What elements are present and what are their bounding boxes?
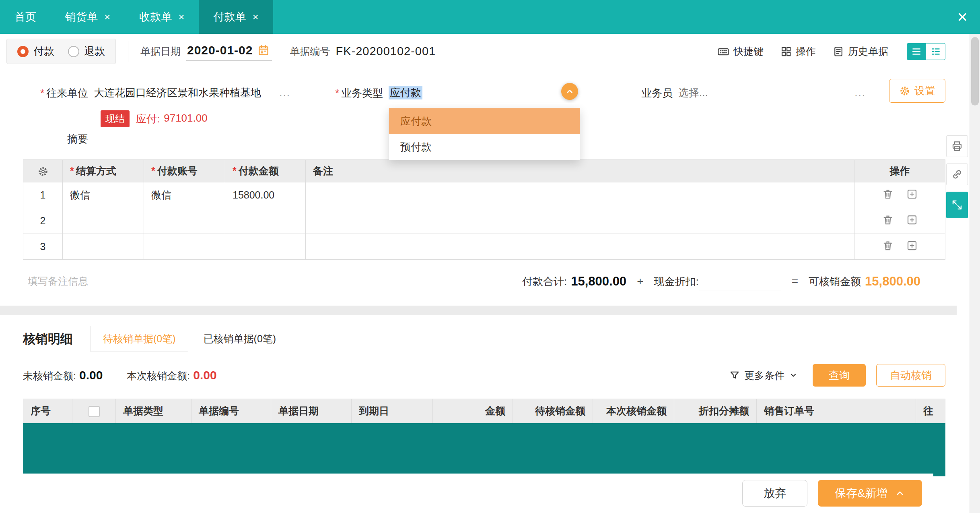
cell-settle[interactable]: 微信	[63, 182, 144, 208]
dropdown-option-prepaid[interactable]: 预付款	[389, 134, 580, 160]
cell-account[interactable]	[144, 234, 225, 260]
header-note: 备注	[306, 160, 854, 182]
writeoff-amount-value: 15,800.00	[865, 274, 920, 289]
expand-tool-button[interactable]	[946, 192, 968, 218]
salesman-input[interactable]	[678, 87, 851, 99]
tab-close-icon[interactable]	[104, 12, 110, 22]
pay-total-value: 15,800.00	[571, 274, 626, 289]
discard-button[interactable]: 放弃	[742, 480, 807, 507]
add-row-icon[interactable]	[906, 188, 918, 200]
doc-date-value: 2020-01-02	[187, 43, 253, 57]
cell-amount[interactable]: 15800.00	[225, 182, 306, 208]
partner-field[interactable]: 大连花园口经济区景和水果种植基地 ...	[94, 82, 294, 104]
toolbar-right-group: 快捷键 操作 历史单据	[717, 43, 945, 60]
operations-label: 操作	[796, 45, 816, 58]
header-doc-date: 单据日期	[271, 399, 352, 423]
add-row-icon[interactable]	[906, 214, 918, 226]
dropdown-option-payable[interactable]: 应付款	[389, 108, 580, 134]
cell-amount[interactable]	[225, 234, 306, 260]
shortcut-keys-button[interactable]: 快捷键	[717, 45, 764, 58]
settings-button[interactable]: 设置	[889, 79, 945, 103]
query-button[interactable]: 查询	[813, 364, 866, 387]
window-close-icon[interactable]	[945, 0, 980, 34]
cell-account[interactable]: 微信	[144, 182, 225, 208]
equals-sign: =	[792, 275, 798, 288]
tab-close-icon[interactable]	[252, 12, 258, 22]
verify-section-header: 核销明细 待核销单据(0笔) 已核销单据(0笔)	[23, 326, 945, 352]
history-documents-button[interactable]: 历史单据	[833, 45, 888, 58]
tab-payment-slip[interactable]: 付款单	[199, 0, 273, 34]
tab-sales-order[interactable]: 销货单	[51, 0, 125, 34]
operations-button[interactable]: 操作	[780, 45, 816, 58]
biztype-collapse-button[interactable]	[561, 83, 578, 100]
save-and-new-button[interactable]: 保存&新增	[818, 480, 922, 507]
required-mark: *	[40, 87, 44, 99]
list-view-toggle[interactable]	[907, 43, 926, 60]
partner-more-button[interactable]: ...	[276, 87, 294, 99]
add-row-icon[interactable]	[906, 240, 918, 252]
doc-note-input[interactable]	[23, 272, 242, 291]
document-icon	[833, 46, 844, 57]
column-settings-cell	[23, 160, 63, 182]
cell-note[interactable]	[306, 182, 854, 208]
tab-receipt-slip[interactable]: 收款单	[125, 0, 199, 34]
cell-note[interactable]	[306, 234, 854, 260]
partner-label-text: 往来单位	[46, 86, 88, 100]
tab-label: 收款单	[139, 10, 172, 24]
delete-row-icon[interactable]	[882, 214, 894, 226]
calendar-icon[interactable]	[257, 44, 270, 56]
cell-account[interactable]	[144, 208, 225, 234]
required-mark: *	[151, 165, 155, 176]
auto-verify-button[interactable]: 自动核销	[876, 364, 945, 387]
gear-icon[interactable]	[37, 166, 49, 177]
table-row: 2	[23, 208, 945, 234]
cell-settle[interactable]	[63, 208, 144, 234]
tab-verified-docs[interactable]: 已核销单据(0笔)	[191, 326, 288, 352]
delete-row-icon[interactable]	[882, 240, 894, 252]
delete-row-icon[interactable]	[882, 188, 894, 200]
doc-number-value: FK-20200102-001	[336, 45, 436, 58]
side-tool-rail	[946, 135, 968, 218]
select-all-checkbox[interactable]	[89, 406, 100, 417]
summary-input[interactable]	[94, 132, 294, 150]
detail-view-toggle[interactable]	[926, 43, 945, 60]
header-label: 备注	[313, 165, 333, 176]
vertical-scrollbar[interactable]	[970, 34, 980, 513]
tab-pending-docs[interactable]: 待核销单据(0笔)	[91, 326, 188, 352]
print-tool-button[interactable]	[946, 135, 968, 157]
header-operations: 操作	[854, 160, 945, 182]
cell-amount[interactable]	[225, 208, 306, 234]
tab-label: 首页	[14, 10, 36, 24]
settings-label: 设置	[914, 84, 935, 98]
main-content: 付款 退款 单据日期 2020-01-02 单据编号 FK-20200102-0…	[0, 34, 957, 513]
salesman-more-button[interactable]: ...	[851, 87, 869, 99]
tab-home[interactable]: 首页	[0, 0, 51, 34]
radio-payment-label: 付款	[33, 44, 54, 58]
printer-icon	[951, 140, 963, 152]
radio-unselected-icon	[68, 46, 79, 57]
window-tab-bar: 首页 销货单 收款单 付款单	[0, 0, 980, 34]
table-row: 1 微信 微信 15800.00	[23, 182, 945, 208]
radio-refund[interactable]: 退款	[68, 44, 105, 58]
more-conditions-button[interactable]: 更多条件	[729, 369, 798, 382]
cell-note[interactable]	[306, 208, 854, 234]
cell-settle[interactable]	[63, 234, 144, 260]
scrollbar-thumb[interactable]	[971, 37, 979, 105]
link-tool-button[interactable]	[946, 163, 968, 185]
view-toggle-group	[907, 43, 945, 60]
header-doc-type: 单据类型	[116, 399, 191, 423]
biztype-field[interactable]: 应付款	[389, 82, 581, 104]
doc-date-input[interactable]: 2020-01-02	[186, 42, 272, 61]
tab-label: 付款单	[213, 10, 246, 24]
radio-payment[interactable]: 付款	[17, 44, 54, 58]
link-icon	[951, 168, 963, 180]
unverified-amount: 未核销金额: 0.00	[23, 368, 103, 383]
cash-discount-input[interactable]	[699, 273, 781, 290]
summary-label-text: 摘要	[67, 132, 88, 146]
salesman-field[interactable]: ...	[678, 82, 869, 104]
payment-lines-table-wrap: *结算方式 *付款账号 *付款金额 备注 操作 1 微信 微信 15800.00	[23, 159, 945, 260]
header-label: 结算方式	[76, 165, 116, 176]
doc-date-label: 单据日期	[140, 45, 181, 58]
tab-close-icon[interactable]	[178, 12, 184, 22]
payable-amount: 应付: 97101.00	[136, 112, 208, 126]
